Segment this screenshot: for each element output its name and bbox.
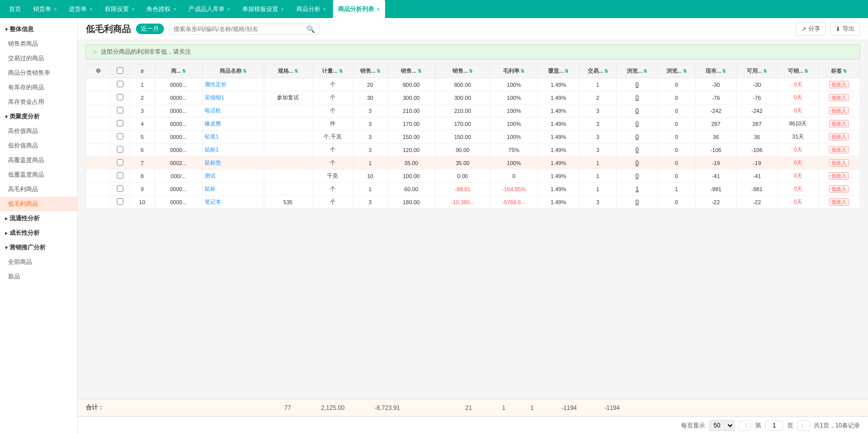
cell-name[interactable]: 电话机 xyxy=(203,104,264,117)
sidebar-item-sales-goods[interactable]: 销售类商品 xyxy=(0,37,77,51)
col-sales-price-header[interactable]: 销售...⇅ xyxy=(387,64,435,78)
sidebar-item-low-coverage[interactable]: 低覆盖度商品 xyxy=(0,168,77,182)
cell-name[interactable]: 鼠标1 xyxy=(203,143,264,157)
nav-analysis[interactable]: 商品分析 × xyxy=(291,0,331,18)
page-size-select[interactable]: 50 100 200 xyxy=(709,420,735,431)
cell-name[interactable]: 鼠标垫 xyxy=(203,157,264,170)
sidebar-item-high-gross[interactable]: 高毛利商品 xyxy=(0,182,77,197)
cell-view1[interactable]: 0 xyxy=(617,104,658,117)
view1-value[interactable]: 0 xyxy=(635,199,639,206)
nav-template-close[interactable]: × xyxy=(281,6,284,12)
col-sales-qty-header[interactable]: 销售...⇅ xyxy=(353,64,387,78)
view1-value[interactable]: 0 xyxy=(635,107,639,114)
col-trade-header[interactable]: 交易...⇅ xyxy=(579,64,617,78)
cell-name[interactable]: 测试 xyxy=(203,170,264,183)
cell-check[interactable] xyxy=(111,130,130,143)
sidebar-item-low-value[interactable]: 低价值商品 xyxy=(0,138,77,153)
cell-name[interactable]: 铅笔1 xyxy=(203,130,264,143)
cell-view1[interactable]: 0 xyxy=(617,143,658,157)
view1-value[interactable]: 0 xyxy=(635,120,639,127)
col-view1-header[interactable]: 浏览...⇅ xyxy=(617,64,658,78)
nav-home[interactable]: 首页 xyxy=(4,0,26,18)
col-gross-header[interactable]: 毛利率⇅ xyxy=(490,64,538,78)
cell-view1[interactable]: 1 xyxy=(617,183,658,196)
cell-check[interactable] xyxy=(111,170,130,183)
nav-analysis-list[interactable]: 商品分析列表 × xyxy=(333,0,385,18)
cell-check[interactable] xyxy=(111,117,130,130)
sidebar-item-high-value[interactable]: 高价值商品 xyxy=(0,124,77,138)
cell-check[interactable] xyxy=(111,104,130,117)
col-check-all[interactable] xyxy=(111,64,130,78)
cell-view1[interactable]: 0 xyxy=(617,130,658,143)
cell-check[interactable] xyxy=(111,157,130,170)
row-checkbox[interactable] xyxy=(117,120,123,126)
view1-value[interactable]: 0 xyxy=(635,81,639,88)
row-checkbox[interactable] xyxy=(117,198,123,205)
row-checkbox[interactable] xyxy=(117,185,123,192)
sidebar-group-growth[interactable]: ▸ 成长性分析 xyxy=(0,226,77,240)
cell-view1[interactable]: 0 xyxy=(617,117,658,130)
row-checkbox[interactable] xyxy=(117,146,123,153)
page-input[interactable] xyxy=(765,420,783,430)
sidebar-group-overview[interactable]: ▾ 整体信息 xyxy=(0,22,77,37)
row-checkbox[interactable] xyxy=(117,159,123,166)
row-checkbox[interactable] xyxy=(117,107,123,113)
nav-analysis-list-close[interactable]: × xyxy=(377,6,380,12)
nav-purchase[interactable]: 进货单 × xyxy=(64,0,97,18)
sidebar-group-marketing[interactable]: ▾ 营销推广分析 xyxy=(0,240,77,255)
export-button[interactable]: ⬇ 导出 xyxy=(830,22,860,36)
col-spec-header[interactable]: 规格...⇅ xyxy=(264,64,312,78)
col-stock-header[interactable]: 现有...⇅ xyxy=(696,64,737,78)
sidebar-item-new-goods[interactable]: 新品 xyxy=(0,269,77,284)
sidebar-item-in-stock-goods[interactable]: 有库存的商品 xyxy=(0,80,77,95)
sidebar-item-all-goods[interactable]: 全部商品 xyxy=(0,255,77,269)
col-cover-header[interactable]: 覆盖...⇅ xyxy=(538,64,579,78)
cell-check[interactable] xyxy=(111,143,130,157)
cell-name[interactable]: 橡皮擦 xyxy=(203,117,264,130)
nav-sales[interactable]: 销货单 × xyxy=(28,0,62,18)
sidebar-item-category-sales-rate[interactable]: 商品分类销售率 xyxy=(0,66,77,80)
cell-view1[interactable]: 0 xyxy=(617,196,658,209)
col-view2-header[interactable]: 浏览...⇅ xyxy=(658,64,696,78)
check-all[interactable] xyxy=(117,67,123,74)
col-gear[interactable]: ⚙ xyxy=(86,64,111,78)
col-sellable-header[interactable]: 可销...⇅ xyxy=(778,64,819,78)
nav-sales-close[interactable]: × xyxy=(54,6,57,12)
view1-value[interactable]: 0 xyxy=(635,147,639,154)
sidebar-group-cluster[interactable]: ▾ 类聚度分析 xyxy=(0,109,77,124)
cell-view1[interactable]: 0 xyxy=(617,157,658,170)
col-avail-header[interactable]: 可用...⇅ xyxy=(737,64,778,78)
table-wrapper[interactable]: ⚙ # 商...⇅ 商品名称⇅ 规格...⇅ 计量...⇅ 销售...⇅ 销售.… xyxy=(86,64,860,398)
sidebar-item-low-gross[interactable]: 低毛利商品 xyxy=(0,197,77,211)
cell-view1[interactable]: 0 xyxy=(617,170,658,183)
search-icon[interactable]: 🔍 xyxy=(306,25,315,33)
row-checkbox[interactable] xyxy=(117,94,123,100)
cell-name[interactable]: 属性定价 xyxy=(203,78,264,91)
col-code-header[interactable]: 商...⇅ xyxy=(154,64,203,78)
nav-permission[interactable]: 权限设置 × xyxy=(100,0,139,18)
row-checkbox[interactable] xyxy=(117,172,123,179)
nav-permission-close[interactable]: × xyxy=(131,6,134,12)
nav-product[interactable]: 产成品入库单 × xyxy=(184,0,235,18)
cell-check[interactable] xyxy=(111,196,130,209)
col-name-header[interactable]: 商品名称⇅ xyxy=(203,64,264,78)
view1-value[interactable]: 0 xyxy=(635,160,639,167)
nav-role[interactable]: 角色授权 × xyxy=(141,0,181,18)
share-button[interactable]: ↗ 分享 xyxy=(796,22,826,36)
view1-value[interactable]: 0 xyxy=(635,94,639,101)
view1-value[interactable]: 1 xyxy=(635,186,639,193)
cell-name[interactable]: 鼠标 xyxy=(203,183,264,196)
cell-name[interactable]: 笔记本 xyxy=(203,196,264,209)
cell-check[interactable] xyxy=(111,78,130,91)
nav-product-close[interactable]: × xyxy=(227,6,230,12)
row-checkbox[interactable] xyxy=(117,81,123,87)
cell-check[interactable] xyxy=(111,183,130,196)
nav-role-close[interactable]: × xyxy=(173,6,176,12)
col-sales-amt-header[interactable]: 销售...⇅ xyxy=(435,64,490,78)
nav-purchase-close[interactable]: × xyxy=(89,6,92,12)
sidebar-group-flow[interactable]: ▸ 流通性分析 xyxy=(0,211,77,226)
row-checkbox[interactable] xyxy=(117,133,123,139)
sidebar-item-stock-capital[interactable]: 库存资金占用 xyxy=(0,95,77,109)
date-filter-button[interactable]: 近一月 xyxy=(136,24,164,34)
prev-page-button[interactable]: 〈 xyxy=(739,420,751,431)
